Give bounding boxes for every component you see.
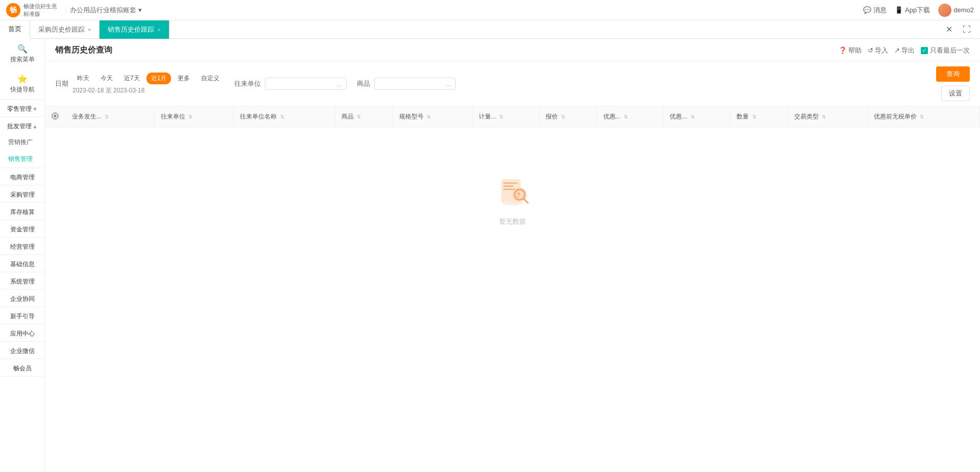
close-window-button[interactable]: ✕	[943, 23, 955, 35]
date-btn-yesterday[interactable]: 昨天	[72, 73, 94, 84]
date-btn-1month[interactable]: 近1月	[146, 73, 172, 84]
empty-state: ? 暂无数据	[45, 127, 980, 267]
svg-rect-3	[503, 182, 518, 184]
avatar	[938, 4, 951, 17]
sidebar-item-wholesale[interactable]: 批发管理 ▲	[0, 117, 44, 134]
empty-text: 暂无数据	[499, 217, 526, 226]
date-btn-today[interactable]: 今天	[96, 73, 117, 84]
sidebar-system-section: 系统管理	[0, 272, 44, 290]
date-range-display: 2023-02-18 至 2023-03-18	[72, 86, 224, 95]
col-settings[interactable]	[45, 107, 66, 127]
product-filter-group: 商品 ...	[357, 78, 456, 90]
col-biz-date[interactable]: 业务发生... ⇅	[66, 107, 155, 127]
sidebar-item-wechat[interactable]: 企业微信	[0, 342, 44, 359]
partner-filter-input[interactable]: ...	[265, 78, 347, 90]
sidebar-guide-section: 新手引导	[0, 307, 44, 324]
product-filter-input[interactable]: ...	[374, 78, 456, 90]
sidebar-item-purchase[interactable]: 采购管理	[0, 185, 44, 202]
sidebar-basic-section: 基础信息	[0, 255, 44, 272]
import-button[interactable]: ↺ 导入	[868, 46, 888, 55]
date-btn-more[interactable]: 更多	[173, 73, 194, 84]
col-spec[interactable]: 规格型号 ⇅	[393, 107, 472, 127]
tab-bar: 首页 采购历史价跟踪 × 销售历史价跟踪 × ✕ ⛶	[0, 20, 980, 39]
user-avatar-button[interactable]: demo2	[938, 4, 974, 17]
sidebar-item-sales[interactable]: 销售管理	[0, 151, 44, 168]
query-button[interactable]: 查询	[936, 66, 970, 82]
date-shortcuts: 昨天 今天 近7天 近1月 更多 自定义	[72, 73, 224, 84]
close-tab1-button[interactable]: ×	[88, 27, 91, 33]
col-trade-type[interactable]: 交易类型 ⇅	[788, 107, 868, 127]
sidebar-enterprise-section: 企业协同	[0, 290, 44, 307]
table-header: 业务发生... ⇅ 往来单位 ⇅ 往来单位名称 ⇅ 商品	[45, 107, 980, 127]
col-partner-name[interactable]: 往来单位名称 ⇅	[234, 107, 335, 127]
only-last-checkbox-label[interactable]: ✓ 只看最后一次	[921, 46, 970, 55]
only-last-checkbox[interactable]: ✓	[921, 47, 928, 54]
sidebar-item-marketing[interactable]: 营销推广	[0, 134, 44, 151]
sidebar: 🔍 搜索菜单 ⭐ 快捷导航 零售管理 ▼ 批发管理 ▲ 营销推广 销售	[0, 39, 45, 472]
sidebar-item-enterprise[interactable]: 企业协同	[0, 290, 44, 306]
date-btn-7days[interactable]: 近7天	[119, 73, 144, 84]
sidebar-item-inventory[interactable]: 库存核算	[0, 203, 44, 220]
sidebar-item-search[interactable]: 🔍 搜索菜单	[0, 39, 44, 69]
col-pretax-price[interactable]: 优惠前无税单价 ⇅	[867, 107, 979, 127]
tab-home[interactable]: 首页	[0, 20, 30, 39]
product-input-placeholder	[379, 80, 445, 88]
settings-button[interactable]: 设置	[941, 86, 970, 101]
sidebar-item-business[interactable]: 经营管理	[0, 238, 44, 254]
sidebar-item-guide[interactable]: 新手引导	[0, 307, 44, 324]
col-partner-code[interactable]: 往来单位 ⇅	[154, 107, 234, 127]
col-discount2[interactable]: 优惠... ⇅	[664, 107, 730, 127]
message-button[interactable]: 💬 消息	[863, 6, 887, 15]
chevron-up-icon: ▲	[33, 124, 38, 129]
sidebar-wholesale-section: 批发管理 ▲ 营销推广 销售管理	[0, 117, 44, 168]
sidebar-item-appstore[interactable]: 应用中心	[0, 324, 44, 341]
sidebar-item-member[interactable]: 畅会员	[0, 359, 44, 376]
col-price[interactable]: 报价 ⇅	[539, 107, 597, 127]
product-filter-label: 商品	[357, 79, 370, 88]
page-header: 销售历史价查询 ❓ 帮助 ↺ 导入 ↗ 导出 ✓ 只看最后一次	[45, 39, 980, 61]
page-title: 销售历史价查询	[55, 45, 112, 56]
sort-arrows-trade-type: ⇅	[822, 114, 826, 120]
date-filter-label: 日期	[55, 79, 68, 88]
col-product[interactable]: 商品 ⇅	[335, 107, 393, 127]
sidebar-finance-section: 资金管理	[0, 220, 44, 238]
export-button[interactable]: ↗ 导出	[894, 46, 915, 55]
sort-arrows-discount1: ⇅	[624, 114, 628, 120]
sidebar-business-section: 经营管理	[0, 238, 44, 255]
col-unit[interactable]: 计量... ⇅	[472, 107, 539, 127]
col-discount1[interactable]: 优惠... ⇅	[597, 107, 664, 127]
sidebar-item-shortcut[interactable]: ⭐ 快捷导航	[0, 69, 44, 99]
star-icon: ⭐	[17, 74, 28, 84]
sidebar-item-system[interactable]: 系统管理	[0, 272, 44, 289]
tab-purchase-history[interactable]: 采购历史价跟踪 ×	[30, 20, 100, 39]
app-download-button[interactable]: 📱 App下载	[895, 6, 930, 15]
sidebar-item-retail[interactable]: 零售管理 ▼	[0, 100, 44, 116]
help-icon: ❓	[839, 46, 847, 54]
partner-filter-label: 往来单位	[234, 79, 261, 88]
sidebar-item-basic[interactable]: 基础信息	[0, 255, 44, 272]
date-filter-group: 日期 昨天 今天 近7天 近1月 更多 自定义 2023-02-18 至 202…	[55, 73, 224, 95]
table-container: 业务发生... ⇅ 往来单位 ⇅ 往来单位名称 ⇅ 商品	[45, 107, 980, 472]
help-button[interactable]: ❓ 帮助	[839, 46, 862, 55]
sidebar-item-ecommerce[interactable]: 电商管理	[0, 168, 44, 185]
filter-bar: 日期 昨天 今天 近7天 近1月 更多 自定义 2023-02-18 至 202…	[45, 61, 980, 107]
date-btn-custom[interactable]: 自定义	[197, 73, 224, 84]
col-quantity[interactable]: 数量 ⇅	[730, 107, 788, 127]
sort-arrows-biz-date: ⇅	[105, 114, 109, 120]
sidebar-inventory-section: 库存核算	[0, 203, 44, 220]
top-bar: 畅 畅捷信好生意 标准版 办公用品行业模拟账套 ▾ 💬 消息 📱 App下载 d…	[0, 0, 980, 20]
partner-input-dots: ...	[336, 80, 342, 88]
app-selector[interactable]: 办公用品行业模拟账套 ▾	[65, 6, 146, 15]
sort-arrows-pretax-price: ⇅	[920, 114, 924, 120]
sort-arrows-product: ⇅	[357, 114, 361, 120]
sidebar-item-finance[interactable]: 资金管理	[0, 220, 44, 237]
sidebar-appstore-section: 应用中心	[0, 324, 44, 342]
logo-area: 畅 畅捷信好生意 标准版	[6, 3, 57, 17]
tab-sales-history[interactable]: 销售历史价跟踪 ×	[100, 20, 169, 39]
top-bar-right: 💬 消息 📱 App下载 demo2	[863, 4, 974, 17]
maximize-window-button[interactable]: ⛶	[960, 24, 974, 35]
chevron-down-icon: ▾	[138, 6, 142, 14]
close-tab2-button[interactable]: ×	[157, 27, 160, 33]
tab-bar-actions: ✕ ⛶	[943, 23, 980, 35]
chevron-down-icon: ▼	[33, 106, 38, 112]
